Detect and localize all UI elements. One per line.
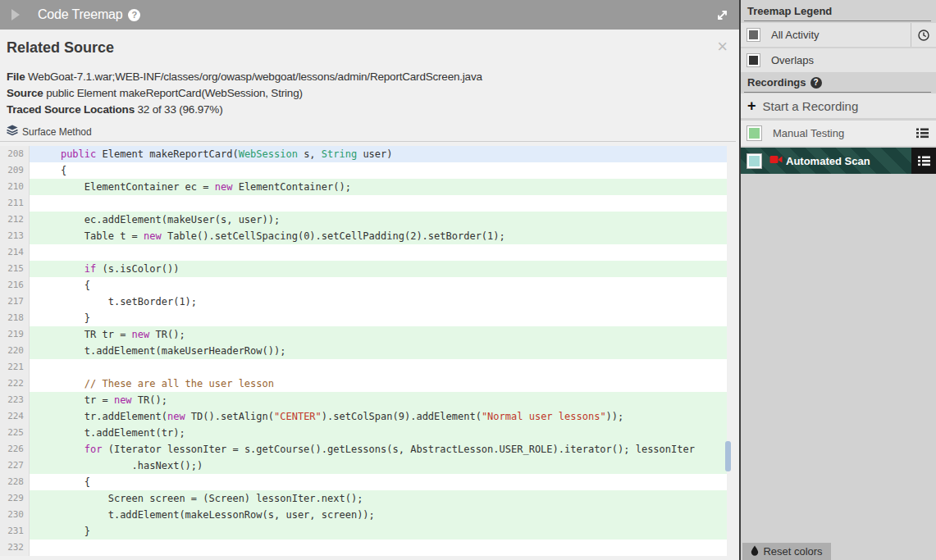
- code-line[interactable]: 230 t.addElement(makeLessonRow(s, user, …: [0, 507, 727, 523]
- code-line[interactable]: 221: [0, 359, 727, 376]
- code-text: ec.addElement(makeUser(s, user));: [30, 212, 727, 228]
- close-icon[interactable]: ×: [717, 39, 728, 54]
- reset-colors-button[interactable]: Reset colors: [742, 543, 831, 560]
- code-line[interactable]: 220 t.addElement(makeUserHeaderRow());: [0, 343, 727, 359]
- code-line[interactable]: 227 .hasNext();): [0, 458, 727, 474]
- code-line[interactable]: 214: [0, 244, 727, 261]
- file-value: WebGoat-7.1.war;WEB-INF/classes/org/owas…: [28, 71, 482, 83]
- code-line[interactable]: 209 {: [0, 162, 727, 179]
- code-text: TR tr = new TR();: [30, 326, 727, 343]
- line-number: 227: [0, 458, 30, 474]
- manual-testing-swatch: [747, 126, 761, 140]
- code-line[interactable]: 211: [0, 195, 727, 212]
- code-scrollbar-thumb[interactable]: [725, 441, 731, 471]
- line-number: 211: [0, 195, 30, 212]
- file-line: File WebGoat-7.1.war;WEB-INF/classes/org…: [7, 69, 482, 85]
- start-recording-label: Start a Recording: [763, 99, 859, 113]
- traced-label: Traced Source Locations: [7, 103, 135, 116]
- line-number: 213: [0, 228, 30, 244]
- automated-scan-label: Automated Scan: [786, 155, 870, 167]
- reset-colors-label: Reset colors: [763, 545, 822, 558]
- history-icon[interactable]: [911, 23, 936, 47]
- video-camera-icon: [769, 153, 783, 168]
- source-value: public Element makeReportCard(WebSession…: [46, 87, 303, 99]
- surface-method-badge: Surface Method: [7, 125, 92, 139]
- code-line[interactable]: 217 t.setBorder(1);: [0, 294, 727, 310]
- panel-title: Related Source: [7, 39, 114, 57]
- source-metadata: File WebGoat-7.1.war;WEB-INF/classes/org…: [7, 69, 482, 118]
- help-icon[interactable]: ?: [128, 9, 140, 21]
- code-text: t.addElement(tr);: [30, 425, 727, 441]
- code-line[interactable]: 232: [0, 540, 727, 556]
- line-number: 216: [0, 277, 30, 294]
- line-number: 222: [0, 376, 30, 392]
- code-text: // These are all the user lesson: [30, 376, 727, 392]
- manual-testing-label: Manual Testing: [773, 127, 844, 139]
- code-line[interactable]: 213 Table t = new Table().setCellSpacing…: [0, 228, 727, 244]
- code-line[interactable]: 212 ec.addElement(makeUser(s, user));: [0, 212, 727, 228]
- line-number: 226: [0, 441, 30, 458]
- code-line[interactable]: 228 {: [0, 474, 727, 490]
- traced-value: 32 of 33 (96.97%): [138, 103, 223, 116]
- code-text: [30, 540, 727, 556]
- recordings-help-icon[interactable]: ?: [810, 77, 822, 89]
- line-number: 219: [0, 326, 30, 343]
- code-line[interactable]: 231 }: [0, 523, 727, 540]
- droplet-icon: [751, 545, 759, 558]
- line-number: 215: [0, 261, 30, 277]
- line-number: 214: [0, 244, 30, 261]
- code-text: [30, 359, 727, 376]
- overlaps-swatch: [747, 54, 760, 66]
- code-text: tr.addElement(new TD().setAlign("CENTER"…: [30, 408, 727, 425]
- code-text: Table t = new Table().setCellSpacing(0).…: [30, 228, 727, 244]
- code-text: {: [30, 162, 727, 179]
- recordings-title-text: Recordings: [747, 76, 806, 89]
- legend-rule: [744, 20, 931, 21]
- code-line[interactable]: 225 t.addElement(tr);: [0, 425, 727, 441]
- code-line[interactable]: 224 tr.addElement(new TD().setAlign("CEN…: [0, 408, 727, 425]
- line-number: 221: [0, 359, 30, 376]
- expand-icon[interactable]: [715, 8, 729, 25]
- automated-scan-swatch: [747, 154, 761, 168]
- start-recording-button[interactable]: + Start a Recording: [741, 93, 936, 118]
- code-text: {: [30, 277, 727, 294]
- code-text: t.setBorder(1);: [30, 294, 727, 310]
- code-line[interactable]: 216 {: [0, 277, 727, 294]
- code-text: .hasNext();): [30, 458, 727, 474]
- line-number: 230: [0, 507, 30, 523]
- file-label: File: [7, 71, 25, 83]
- line-number: 209: [0, 162, 30, 179]
- line-number: 228: [0, 474, 30, 490]
- legend-item-overlaps[interactable]: Overlaps: [741, 48, 936, 72]
- layers-icon: [7, 125, 18, 139]
- code-line[interactable]: 210 ElementContainer ec = new ElementCon…: [0, 179, 727, 195]
- traced-line: Traced Source Locations 32 of 33 (96.97%…: [7, 102, 482, 118]
- line-number: 220: [0, 343, 30, 359]
- recording-row-manual-testing[interactable]: Manual Testing: [741, 121, 936, 146]
- code-line[interactable]: 229 Screen screen = (Screen) lessonIter.…: [0, 490, 727, 507]
- code-text: if (s.isColor()): [30, 261, 727, 277]
- line-number: 232: [0, 540, 30, 556]
- line-number: 208: [0, 146, 30, 162]
- code-line[interactable]: 218 }: [0, 310, 727, 326]
- collapse-triangle-icon[interactable]: [11, 9, 20, 20]
- list-icon[interactable]: [908, 128, 936, 139]
- line-number: 212: [0, 212, 30, 228]
- list-icon[interactable]: [911, 148, 936, 174]
- code-line[interactable]: 226 for (Iterator lessonIter = s.getCour…: [0, 441, 727, 458]
- line-number: 225: [0, 425, 30, 441]
- code-line[interactable]: 219 TR tr = new TR();: [0, 326, 727, 343]
- all-activity-swatch: [747, 29, 760, 41]
- overlaps-label: Overlaps: [771, 54, 814, 66]
- code-line[interactable]: 215 if (s.isColor()): [0, 261, 727, 277]
- code-text: public Element makeReportCard(WebSession…: [30, 146, 727, 162]
- recording-row-automated-scan[interactable]: Automated Scan: [741, 148, 936, 174]
- code-line[interactable]: 222 // These are all the user lesson: [0, 376, 727, 392]
- code-text: t.addElement(makeUserHeaderRow());: [30, 343, 727, 359]
- code-line[interactable]: 223 tr = new TR();: [0, 392, 727, 408]
- line-number: 218: [0, 310, 30, 326]
- code-line[interactable]: 208 public Element makeReportCard(WebSes…: [0, 146, 727, 162]
- related-source-panel: × Related Source File WebGoat-7.1.war;WE…: [0, 30, 741, 560]
- line-number: 231: [0, 523, 30, 540]
- legend-item-all-activity[interactable]: All Activity: [741, 23, 936, 47]
